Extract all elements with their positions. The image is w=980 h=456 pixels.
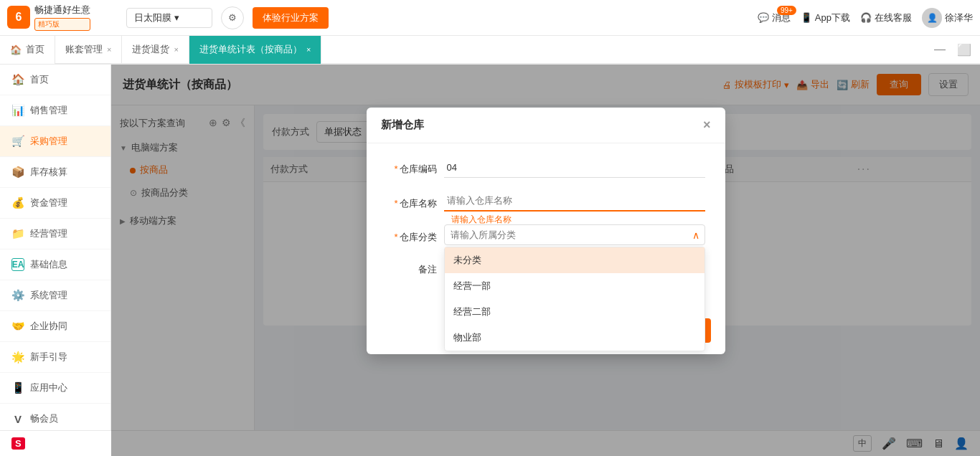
app-download-nav[interactable]: 📱 App下载	[801, 11, 850, 24]
sidebar-app-center-label: 应用中心	[30, 381, 67, 394]
app-logo-icon: 6	[7, 6, 30, 29]
form-row-category: *仓库分类 ∧ 未分类 经营一部 经营二部 物业部	[387, 224, 705, 245]
sidebar-item-system[interactable]: ⚙️ 系统管理	[0, 280, 110, 311]
form-row-name: *仓库名称 请输入仓库名称	[387, 191, 705, 212]
sidebar: 🏠 首页 📊 销售管理 🛒 采购管理 📦 库存核算 💰 资金管理 📁 经营管理 …	[0, 65, 111, 456]
finance-sidebar-icon: 💰	[11, 196, 24, 209]
sales-sidebar-icon: 📊	[11, 104, 24, 117]
sidebar-enterprise-label: 企业协同	[30, 320, 67, 333]
gear-button[interactable]: ⚙	[221, 6, 244, 29]
message-icon: 💬	[758, 12, 769, 23]
sidebar-home-label: 首页	[30, 73, 49, 86]
messages-nav[interactable]: 💬 消息 99+	[758, 11, 791, 24]
sidebar-operations-label: 经营管理	[30, 227, 67, 240]
tab-purchase-return-close[interactable]: ×	[174, 45, 178, 54]
app-name-text: 畅捷通好生意	[34, 4, 90, 16]
sidebar-item-enterprise[interactable]: 🤝 企业协同	[0, 311, 110, 342]
name-label: *仓库名称	[387, 192, 444, 210]
dropdown-item-dept2[interactable]: 经营二部	[445, 299, 705, 325]
tab-minimize-button[interactable]: —	[930, 39, 950, 60]
sidebar-guide-label: 新手引导	[30, 351, 67, 364]
sidebar-item-purchase[interactable]: 🛒 采购管理	[0, 126, 110, 157]
sidebar-item-finance[interactable]: 💰 资金管理	[0, 188, 110, 219]
inventory-sidebar-icon: 📦	[11, 166, 24, 179]
tab-purchase-stats-label: 进货单统计表（按商品）	[199, 43, 302, 56]
tab-bar: 🏠 首页 账套管理 × 进货退货 × 进货单统计表（按商品） × — ⬜	[0, 36, 980, 65]
warehouse-code-input[interactable]	[444, 158, 705, 178]
tab-accounts[interactable]: 账套管理 ×	[55, 35, 122, 64]
sidebar-item-guide[interactable]: 🌟 新手引导	[0, 342, 110, 373]
dropdown-item-dept3[interactable]: 物业部	[445, 325, 705, 351]
tab-purchase-return-label: 进货退货	[132, 43, 169, 56]
sidebar-inventory-label: 库存核算	[30, 166, 67, 179]
s-logo: S	[11, 437, 25, 450]
purchase-sidebar-icon: 🛒	[11, 135, 24, 148]
message-badge: 99+	[777, 6, 796, 15]
tab-purchase-stats-close[interactable]: ×	[306, 45, 311, 54]
sidebar-item-app-center[interactable]: 📱 应用中心	[0, 373, 110, 404]
warehouse-name-input[interactable]	[444, 191, 705, 212]
tab-accounts-label: 账套管理	[65, 43, 103, 56]
online-service-nav[interactable]: 🎧 在线客服	[860, 11, 912, 24]
tab-expand-button[interactable]: ⬜	[954, 39, 974, 60]
username-label: 徐泽华	[945, 11, 973, 24]
sidebar-purchase-label: 采购管理	[30, 135, 67, 148]
tab-home-label: 首页	[26, 43, 44, 56]
dialog-header: 新增仓库 ×	[367, 108, 725, 143]
enterprise-sidebar-icon: 🤝	[11, 320, 24, 333]
sidebar-system-label: 系统管理	[30, 289, 67, 302]
user-area[interactable]: 👤 徐泽华	[922, 8, 973, 28]
dialog-body: *仓库编码 *仓库名称 请输入仓库名称	[367, 143, 725, 311]
trial-button[interactable]: 体验行业方案	[253, 7, 329, 29]
sidebar-item-basic-info[interactable]: EA 基础信息	[0, 250, 110, 280]
category-select-wrapper: ∧ 未分类 经营一部 经营二部 物业部	[444, 224, 705, 245]
chevron-down-icon: ▾	[174, 12, 179, 23]
sidebar-basic-info-label: 基础信息	[30, 258, 67, 271]
notes-label: 备注	[387, 258, 444, 276]
system-sidebar-icon: ⚙️	[11, 289, 24, 302]
dropdown-item-dept1[interactable]: 经营一部	[445, 273, 705, 299]
logo-area: 6 畅捷通好生意 精巧版	[7, 4, 115, 31]
tab-actions: — ⬜	[930, 39, 980, 60]
home-icon: 🏠	[10, 44, 22, 55]
code-label: *仓库编码	[387, 158, 444, 176]
store-name: 日太阳膜	[134, 11, 171, 24]
bottom-logo: S	[11, 437, 25, 450]
dropdown-item-uncategorized[interactable]: 未分类	[445, 247, 705, 273]
category-dropdown: 未分类 经营一部 经营二部 物业部	[444, 247, 705, 351]
sidebar-item-inventory[interactable]: 📦 库存核算	[0, 157, 110, 188]
sidebar-vip-label: 畅会员	[30, 412, 58, 425]
operations-sidebar-icon: 📁	[11, 227, 24, 240]
top-nav: 6 畅捷通好生意 精巧版 日太阳膜 ▾ ⚙ 体验行业方案 💬 消息 99+ 📱 …	[0, 0, 980, 36]
tab-home[interactable]: 🏠 首页	[0, 35, 55, 64]
guide-sidebar-icon: 🌟	[11, 351, 24, 364]
basic-info-sidebar-icon: EA	[11, 258, 24, 271]
add-warehouse-dialog: 新增仓库 × *仓库编码 *仓库名称	[367, 108, 725, 354]
sidebar-sales-label: 销售管理	[30, 104, 67, 117]
store-selector[interactable]: 日太阳膜 ▾	[126, 8, 212, 28]
app-download-label: App下载	[815, 11, 850, 24]
dialog-close-button[interactable]: ×	[703, 118, 711, 133]
content-area: 进货单统计（按商品） 🖨 按模板打印 ▾ 📤 导出 🔄 刷新 查询 设置	[111, 65, 980, 456]
avatar: 👤	[922, 8, 942, 28]
modal-overlay: 新增仓库 × *仓库编码 *仓库名称	[111, 65, 980, 456]
headset-icon: 🎧	[860, 12, 872, 23]
home-sidebar-icon: 🏠	[11, 73, 24, 86]
phone-icon: 📱	[801, 12, 812, 23]
vip-sidebar-icon: V	[11, 412, 24, 425]
warehouse-category-input[interactable]	[444, 224, 705, 245]
top-nav-right: 💬 消息 99+ 📱 App下载 🎧 在线客服 👤 徐泽华	[758, 8, 973, 28]
dialog-title: 新增仓库	[381, 118, 424, 132]
tab-purchase-stats[interactable]: 进货单统计表（按商品） ×	[189, 35, 321, 64]
sidebar-item-home[interactable]: 🏠 首页	[0, 65, 110, 95]
app-badge: 精巧版	[34, 18, 90, 31]
sidebar-finance-label: 资金管理	[30, 196, 67, 209]
tab-purchase-return[interactable]: 进货退货 ×	[122, 35, 189, 64]
sidebar-item-operations[interactable]: 📁 经营管理	[0, 219, 110, 250]
sidebar-item-sales[interactable]: 📊 销售管理	[0, 95, 110, 126]
tab-accounts-close[interactable]: ×	[107, 45, 111, 54]
app-center-sidebar-icon: 📱	[11, 381, 24, 394]
app-name: 畅捷通好生意 精巧版	[34, 4, 90, 31]
online-service-label: 在线客服	[875, 11, 912, 24]
top-nav-center: 日太阳膜 ▾ ⚙ 体验行业方案	[126, 6, 746, 29]
